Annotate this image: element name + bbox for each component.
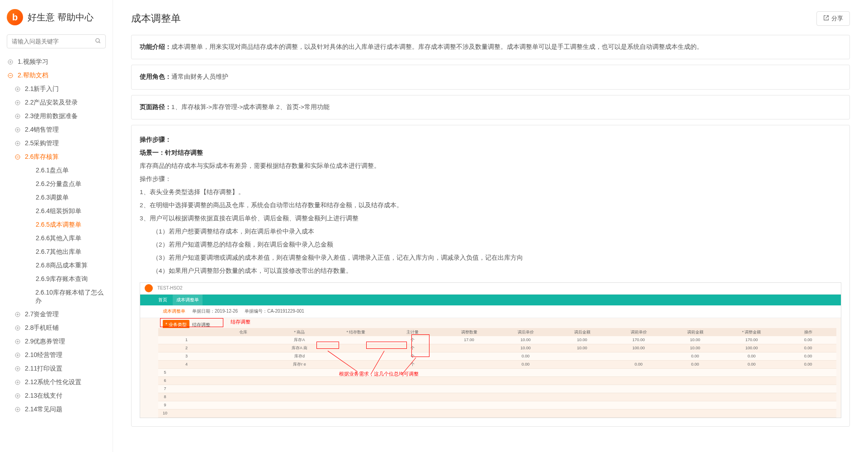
sidebar-item[interactable]: 2.6.9库存账本查询 xyxy=(7,272,106,286)
intro-box: 功能介绍：成本调整单，用来实现对商品结存成本的调整，以及针对具体的出入库单进行成… xyxy=(131,35,850,59)
intro-label: 功能介绍： xyxy=(140,43,171,50)
sidebar-item-label: 2.6.3调拨单 xyxy=(36,194,69,202)
sidebar-item-label: 2.帮助文档 xyxy=(18,71,48,80)
sidebar-item-label: 2.3使用前数据准备 xyxy=(25,112,78,120)
step-3d: （4）如果用户只调整部分数量的成本，可以直接修改带出的结存数量。 xyxy=(140,265,841,277)
blank-icon xyxy=(25,248,32,256)
share-label: 分享 xyxy=(831,14,843,23)
plus-icon xyxy=(14,99,21,106)
blank-icon xyxy=(25,262,32,269)
plus-icon xyxy=(14,392,21,400)
brand-logo-icon: b xyxy=(7,9,23,25)
sidebar-item[interactable]: 2.11打印设置 xyxy=(7,362,106,376)
plus-icon xyxy=(14,126,21,133)
blank-icon xyxy=(25,167,32,174)
sidebar-item-label: 2.8手机旺铺 xyxy=(25,324,59,332)
plus-icon xyxy=(14,324,21,332)
page-title: 成本调整单 xyxy=(131,12,181,25)
sidebar-item[interactable]: 2.6库存核算 xyxy=(7,150,106,164)
sidebar-item-label: 2.6.10库存账本错了怎么办 xyxy=(35,289,106,305)
sidebar-item-label: 2.6.1盘点单 xyxy=(36,167,69,175)
sidebar-item[interactable]: 2.8手机旺铺 xyxy=(7,321,106,335)
path-box: 页面路径：1、库存核算->库存管理->成本调整单 2、首页->常用功能 xyxy=(131,95,850,119)
brand-header: b 好生意 帮助中心 xyxy=(7,9,106,25)
fake-tab-doc: 成本调整单 xyxy=(173,295,203,305)
sidebar-item[interactable]: 2.6.8商品成本重算 xyxy=(7,259,106,272)
sidebar-item-label: 2.6库存核算 xyxy=(25,153,59,161)
sidebar-item[interactable]: 2.4销售管理 xyxy=(7,123,106,137)
plus-icon xyxy=(14,140,21,147)
step-3c: （3）若用户知道要调增或调减的成本差值，则在调整金额中录入差值，调增录入正值，记… xyxy=(140,252,841,264)
search-input[interactable] xyxy=(7,34,106,48)
blank-icon xyxy=(25,221,32,228)
steps-heading: 操作步骤： xyxy=(140,133,841,146)
plus-icon xyxy=(14,311,21,318)
main-content: 成本调整单 分享 功能介绍：成本调整单，用来实现对商品结存成本的调整，以及针对具… xyxy=(113,0,868,452)
share-button[interactable]: 分享 xyxy=(816,11,850,26)
scene-heading: 场景一：针对结存调整 xyxy=(140,147,841,159)
sidebar-item[interactable]: 2.6.5成本调整单 xyxy=(7,218,106,232)
sidebar-item-label: 2.7资金管理 xyxy=(25,310,59,319)
sidebar-item[interactable]: 2.6.3调拨单 xyxy=(7,191,106,205)
sidebar-item[interactable]: 2.6.6其他入库单 xyxy=(7,232,106,245)
sidebar-item-label: 2.6.4组装拆卸单 xyxy=(36,207,81,215)
plus-icon xyxy=(14,379,21,386)
sidebar-item-label: 2.13在线支付 xyxy=(25,392,62,400)
sidebar-item[interactable]: 2.7资金管理 xyxy=(7,308,106,321)
sidebar-item[interactable]: 2.9优惠券管理 xyxy=(7,335,106,348)
sidebar-item-label: 2.11打印设置 xyxy=(25,365,62,373)
sidebar-item-label: 1.视频学习 xyxy=(18,58,48,66)
scene-desc: 库存商品的结存成本与实际成本有差异，需要根据结存数量和实际单位成本进行调整。 xyxy=(140,160,841,172)
blank-icon xyxy=(25,208,32,215)
sidebar-item[interactable]: 2.1新手入门 xyxy=(7,82,106,96)
sidebar-item-label: 2.6.6其他入库单 xyxy=(36,234,81,243)
minus-icon xyxy=(7,72,14,79)
sidebar-item-label: 2.12系统个性化设置 xyxy=(25,378,81,386)
path-label: 页面路径： xyxy=(140,104,171,110)
plus-icon xyxy=(14,406,21,413)
search-box xyxy=(7,34,106,48)
sidebar-item[interactable]: 2.12系统个性化设置 xyxy=(7,376,106,389)
sidebar-item-label: 2.9优惠券管理 xyxy=(25,338,65,346)
blank-icon xyxy=(25,276,32,283)
step-2: 2、在明细中选择要调整的商品及仓库，系统会自动带出结存数量和结存金额，以及结存成… xyxy=(140,199,841,211)
sidebar-item[interactable]: 2.6.10库存账本错了怎么办 xyxy=(7,286,106,308)
plus-icon xyxy=(14,338,21,345)
sidebar-item[interactable]: 2.6.7其他出库单 xyxy=(7,245,106,259)
content-section: 操作步骤： 场景一：针对结存调整 库存商品的结存成本与实际成本有差异，需要根据结… xyxy=(131,125,850,427)
sidebar-item-label: 2.6.2分量盘点单 xyxy=(36,180,81,188)
sidebar-item[interactable]: 2.帮助文档 xyxy=(7,69,106,82)
sidebar-item-label: 2.6.8商品成本重算 xyxy=(36,262,88,270)
sidebar-item[interactable]: 2.3使用前数据准备 xyxy=(7,109,106,123)
plus-icon xyxy=(14,113,21,120)
sidebar-item[interactable]: 2.14常见问题 xyxy=(7,403,106,416)
sidebar-item[interactable]: 1.视频学习 xyxy=(7,55,106,69)
sidebar-item-label: 2.1新手入门 xyxy=(25,85,59,93)
sidebar-item[interactable]: 2.10经营管理 xyxy=(7,348,106,362)
sidebar-item[interactable]: 2.6.2分量盘点单 xyxy=(7,177,106,191)
sidebar-item-label: 2.6.7其他出库单 xyxy=(36,248,81,256)
sidebar-item[interactable]: 2.6.1盘点单 xyxy=(7,164,106,177)
sidebar-item[interactable]: 2.6.4组装拆卸单 xyxy=(7,205,106,218)
sidebar-item-label: 2.4销售管理 xyxy=(25,126,59,134)
sidebar-nav: 1.视频学习2.帮助文档2.1新手入门2.2产品安装及登录2.3使用前数据准备2… xyxy=(7,55,106,416)
sidebar-item-label: 2.2产品安装及登录 xyxy=(25,99,78,107)
step-1: 1、表头业务类型选择【结存调整】。 xyxy=(140,186,841,198)
sidebar-item-label: 2.6.9库存账本查询 xyxy=(36,275,88,283)
annotation-biztype: 结存调整 xyxy=(231,317,250,327)
plus-icon xyxy=(14,86,21,93)
screenshot-illustration: TEST-HSO2 首页 成本调整单 成本调整单 单据日期：2019-12-26… xyxy=(140,282,841,418)
blank-icon xyxy=(25,194,32,201)
intro-text: 成本调整单，用来实现对商品结存成本的调整，以及针对具体的出入库单进行成本调整。库… xyxy=(171,43,703,50)
sidebar-item-label: 2.6.5成本调整单 xyxy=(36,221,81,229)
sidebar-item[interactable]: 2.13在线支付 xyxy=(7,389,106,403)
sidebar-item[interactable]: 2.5采购管理 xyxy=(7,137,106,150)
step-3a: （1）若用户想要调整结存成本，则在调后单价中录入成本 xyxy=(140,225,841,238)
fake-tab-home: 首页 xyxy=(158,295,167,305)
fake-logo-icon xyxy=(145,284,153,292)
annotation-fields: 根据业务需求，这几个位总均可调整 xyxy=(339,369,419,379)
brand-title: 好生意 帮助中心 xyxy=(28,11,94,24)
sidebar-item[interactable]: 2.2产品安装及登录 xyxy=(7,96,106,109)
role-label: 使用角色： xyxy=(140,73,171,80)
role-text: 通常由财务人员维护 xyxy=(171,73,228,80)
